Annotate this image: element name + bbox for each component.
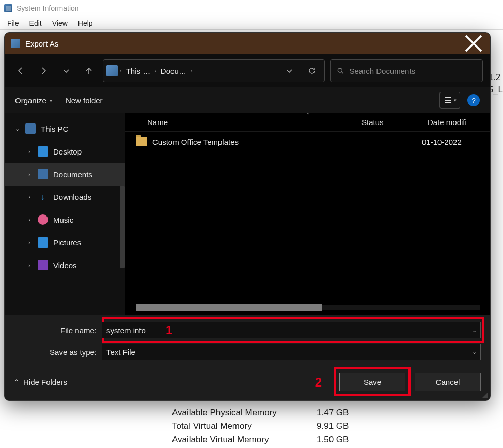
save-type-value: Text File	[106, 348, 135, 357]
view-mode-button[interactable]: ▾	[439, 92, 460, 109]
new-folder-button[interactable]: New folder	[66, 96, 103, 105]
chevron-right-icon[interactable]: ›	[26, 239, 33, 245]
organize-label: Organize	[15, 96, 46, 105]
bg-window-title: System Information	[17, 4, 79, 12]
chevron-right-icon[interactable]: ›	[26, 217, 33, 223]
bg-row: Available Virtual Memory1.50 GB	[172, 435, 503, 445]
tree-music[interactable]: › Music	[5, 208, 125, 231]
tree-label: Pictures	[53, 238, 81, 247]
menu-file[interactable]: File	[7, 19, 19, 27]
tree-label: Videos	[53, 261, 77, 270]
search-input[interactable]	[350, 67, 476, 75]
refresh-button[interactable]	[303, 62, 321, 80]
resize-grip[interactable]	[481, 391, 488, 398]
chevron-right-icon[interactable]: ›	[26, 262, 33, 268]
file-date: 01-10-2022	[422, 137, 480, 146]
help-button[interactable]: ?	[467, 94, 480, 106]
bg-row-key: Available Physical Memory	[172, 408, 306, 418]
file-list-pane: ⌃ Name Status Date modifi Custom Office …	[125, 113, 490, 315]
folder-icon	[136, 137, 147, 146]
tree-documents[interactable]: › Documents	[5, 163, 125, 186]
tree-label: Music	[53, 215, 73, 224]
svg-point-0	[338, 68, 342, 72]
location-pc-icon	[106, 65, 118, 76]
hide-folders-button[interactable]: ⌃ Hide Folders	[14, 378, 67, 387]
chevron-right-icon[interactable]: ›	[191, 68, 193, 74]
bg-row-key: Available Virtual Memory	[172, 435, 306, 445]
tree-videos[interactable]: › Videos	[5, 254, 125, 276]
toolbar: Organize ▾ New folder ▾ ?	[5, 87, 490, 113]
bg-row: Available Physical Memory1.47 GB	[172, 408, 503, 418]
file-name: Custom Office Templates	[152, 137, 356, 146]
save-button[interactable]: Save	[339, 373, 405, 391]
chevron-right-icon[interactable]: ›	[120, 68, 122, 74]
dialog-title: Export As	[25, 39, 58, 48]
cancel-button[interactable]: Cancel	[415, 373, 481, 391]
organize-button[interactable]: Organize ▾	[15, 96, 52, 105]
annotation-2: 2	[315, 375, 322, 390]
back-button[interactable]	[12, 62, 29, 80]
scrollbar-thumb[interactable]	[136, 304, 322, 311]
bg-row-val: 1.47 GB	[317, 408, 349, 418]
save-form: File name: ⌄ 1 Save as type: Text File ⌄	[5, 315, 490, 368]
desktop-icon	[38, 146, 48, 157]
search-icon	[337, 67, 344, 75]
horizontal-scrollbar[interactable]	[136, 303, 480, 312]
bg-row-val: 1.50 GB	[317, 435, 349, 445]
column-date[interactable]: Date modifi	[422, 118, 480, 127]
menu-edit[interactable]: Edit	[29, 19, 42, 27]
bg-menubar: File Edit View Help	[0, 17, 503, 30]
bg-titlebar: System Information	[0, 0, 503, 17]
bg-row: Total Virtual Memory9.91 GB	[172, 421, 503, 431]
tree-label: Documents	[53, 170, 92, 179]
videos-icon	[38, 260, 48, 270]
chevron-up-icon: ⌃	[14, 378, 19, 385]
close-button[interactable]	[463, 35, 484, 52]
chevron-down-icon: ▾	[454, 98, 457, 103]
tree-this-pc[interactable]: ⌄ This PC	[5, 117, 125, 140]
column-status[interactable]: Status	[356, 118, 422, 127]
pictures-icon	[38, 237, 48, 248]
menu-view[interactable]: View	[52, 19, 68, 27]
chevron-right-icon[interactable]: ›	[26, 194, 33, 200]
tree-downloads[interactable]: › ↓ Downloads	[5, 186, 125, 208]
recent-dropdown[interactable]	[57, 62, 75, 80]
address-dropdown[interactable]	[280, 62, 298, 80]
pc-icon	[25, 123, 36, 134]
dialog-body: ⌄ This PC › Desktop › Documents › ↓ Down…	[5, 113, 490, 315]
address-bar[interactable]: › This … › Docu… ›	[103, 59, 325, 82]
music-icon	[38, 214, 48, 225]
file-row[interactable]: Custom Office Templates 01-10-2022	[125, 132, 490, 151]
column-name[interactable]: Name	[136, 118, 356, 127]
tree-desktop[interactable]: › Desktop	[5, 140, 125, 163]
documents-icon	[38, 169, 48, 179]
bg-row-key: Total Virtual Memory	[172, 421, 306, 431]
breadcrumb-folder[interactable]: Docu…	[159, 67, 188, 75]
search-box[interactable]	[330, 59, 483, 82]
chevron-right-icon[interactable]: ›	[26, 171, 33, 177]
up-button[interactable]	[80, 62, 98, 80]
menu-help[interactable]: Help	[78, 19, 93, 27]
tree-label: This PC	[41, 125, 68, 133]
forward-button[interactable]	[35, 62, 52, 80]
hide-folders-label: Hide Folders	[23, 378, 67, 387]
bg-details: Available Physical Memory1.47 GB Total V…	[172, 405, 503, 448]
breadcrumb-root[interactable]: This …	[124, 67, 153, 75]
chevron-right-icon[interactable]: ›	[154, 68, 156, 74]
tree-label: Downloads	[53, 193, 91, 202]
file-name-input[interactable]	[102, 322, 481, 338]
column-headers: ⌃ Name Status Date modifi	[125, 113, 490, 132]
save-type-select[interactable]: Text File	[102, 344, 481, 360]
dialog-footer: ⌃ Hide Folders 2 Save Cancel	[5, 368, 490, 400]
downloads-icon: ↓	[38, 192, 48, 202]
chevron-right-icon[interactable]: ›	[26, 148, 33, 155]
chevron-down-icon: ▾	[50, 98, 52, 103]
list-view-icon	[444, 96, 452, 104]
export-as-dialog: Export As › This … › Docu… ›	[4, 32, 491, 401]
sidebar-scrollbar[interactable]	[120, 186, 125, 268]
tree-label: Desktop	[53, 147, 82, 156]
folder-tree: ⌄ This PC › Desktop › Documents › ↓ Down…	[5, 113, 125, 315]
sort-indicator-icon: ⌃	[306, 112, 310, 118]
tree-pictures[interactable]: › Pictures	[5, 231, 125, 254]
chevron-down-icon[interactable]: ⌄	[14, 126, 20, 132]
